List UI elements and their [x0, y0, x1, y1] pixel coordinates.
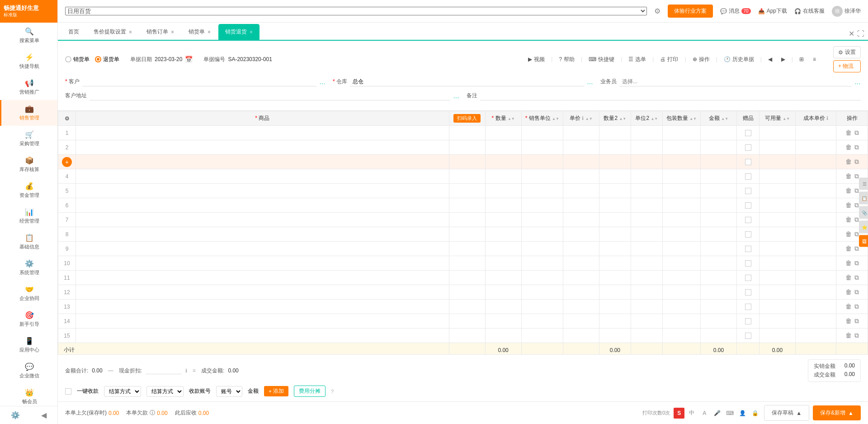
- staff-input[interactable]: [619, 77, 852, 86]
- save-new-chevron[interactable]: ▲: [848, 410, 854, 416]
- quantity2-cell-5[interactable]: [599, 184, 631, 198]
- icon-zh[interactable]: 中: [686, 408, 697, 419]
- calendar-icon[interactable]: 📅: [185, 56, 193, 63]
- gift-cell-7[interactable]: [737, 213, 760, 227]
- delete-icon-5[interactable]: 🗑: [845, 187, 852, 195]
- unit-price-cell-4[interactable]: [563, 169, 599, 184]
- unit2-cell-13[interactable]: [631, 300, 662, 314]
- delete-icon-13[interactable]: 🗑: [845, 303, 852, 310]
- gift-checkbox-10[interactable]: [745, 260, 751, 267]
- delete-icon-12[interactable]: 🗑: [845, 288, 852, 296]
- unit-price-cell-5[interactable]: [563, 184, 599, 198]
- copy-icon-3[interactable]: ⧉: [854, 158, 859, 166]
- address-select-icon[interactable]: …: [453, 92, 459, 100]
- user-btn[interactable]: 徐 徐泽华: [832, 6, 861, 17]
- product-input-10[interactable]: [80, 260, 445, 267]
- sidebar-item-operation[interactable]: 📊 经营管理: [0, 203, 57, 229]
- unit-cell-7[interactable]: [521, 213, 563, 227]
- copy-icon-6[interactable]: ⧉: [854, 201, 859, 209]
- product-cell-1[interactable]: [76, 126, 449, 140]
- unit2-cell-4[interactable]: [631, 169, 662, 184]
- quantity2-cell-10[interactable]: [599, 256, 631, 271]
- quantity-cell-14[interactable]: [485, 314, 521, 329]
- delete-icon-8[interactable]: 🗑: [845, 230, 852, 238]
- icon-person[interactable]: 👤: [737, 408, 748, 419]
- pack-qty-cell-15[interactable]: [662, 329, 700, 343]
- gift-cell-4[interactable]: [737, 169, 760, 184]
- gift-checkbox-7[interactable]: [745, 217, 751, 223]
- delete-icon-6[interactable]: 🗑: [845, 201, 852, 209]
- unit-price-cell-9[interactable]: [563, 242, 599, 256]
- sidebar-item-shortcut[interactable]: ⚡ 快捷导航: [0, 48, 57, 74]
- pack-qty-cell-9[interactable]: [662, 242, 700, 256]
- copy-icon-12[interactable]: ⧉: [854, 288, 859, 296]
- pack-qty-cell-7[interactable]: [662, 213, 700, 227]
- quantity-cell-3[interactable]: [485, 155, 521, 169]
- warehouse-select-icon[interactable]: …: [587, 78, 593, 86]
- quantity2-cell-7[interactable]: [599, 213, 631, 227]
- quantity2-cell-13[interactable]: [599, 300, 631, 314]
- copy-icon-4[interactable]: ⧉: [854, 172, 859, 180]
- tab-sales-order[interactable]: 销售订单 ×: [140, 24, 181, 40]
- quantity-input-8[interactable]: [489, 231, 518, 238]
- product-cell-10[interactable]: [76, 256, 449, 271]
- unit-cell-4[interactable]: [521, 169, 563, 184]
- sidebar-item-newguide[interactable]: 🎯 新手引导: [0, 306, 57, 332]
- unit2-cell-14[interactable]: [631, 314, 662, 329]
- customer-input[interactable]: [82, 77, 316, 86]
- pack-qty-cell-8[interactable]: [662, 227, 700, 242]
- add-row-btn[interactable]: +: [62, 157, 72, 167]
- unit2-cell-9[interactable]: [631, 242, 662, 256]
- quantity2-cell-14[interactable]: [599, 314, 631, 329]
- product-input-5[interactable]: [80, 188, 445, 194]
- gift-cell-12[interactable]: [737, 285, 760, 300]
- address-input[interactable]: [90, 91, 450, 100]
- pack-qty-cell-4[interactable]: [662, 169, 700, 184]
- account-select[interactable]: 账号: [216, 386, 242, 397]
- quantity2-sort[interactable]: ▲▼: [619, 117, 626, 121]
- quantity-input-10[interactable]: [489, 260, 518, 267]
- quantity-cell-2[interactable]: [485, 140, 521, 155]
- quantity-cell-4[interactable]: [485, 169, 521, 184]
- product-input-13[interactable]: [80, 304, 445, 310]
- copy-icon-2[interactable]: ⧉: [854, 143, 859, 151]
- quantity-cell-5[interactable]: [485, 184, 521, 198]
- quantity2-cell-6[interactable]: [599, 198, 631, 213]
- quantity2-cell-1[interactable]: [599, 126, 631, 140]
- remark-input[interactable]: [480, 91, 861, 100]
- unit-price-cell-3[interactable]: [563, 155, 599, 169]
- calc-method-select[interactable]: 结算方式: [146, 386, 184, 397]
- copy-icon-15[interactable]: ⧉: [854, 332, 859, 339]
- quantity2-cell-15[interactable]: [599, 329, 631, 343]
- delete-icon-14[interactable]: 🗑: [845, 317, 852, 325]
- product-input-6[interactable]: [80, 202, 445, 209]
- unit2-cell-2[interactable]: [631, 140, 662, 155]
- barcode-scan-btn[interactable]: 扫码录入: [453, 114, 481, 123]
- settings-icon[interactable]: ⚙️: [11, 411, 20, 419]
- sidebar-item-member[interactable]: 👑 畅会员: [0, 384, 57, 406]
- radio-sales[interactable]: 销货单: [65, 56, 90, 63]
- sidebar-item-basic[interactable]: 📋 基础信息: [0, 229, 57, 255]
- delete-icon-11[interactable]: 🗑: [845, 274, 852, 281]
- pack-qty-cell-14[interactable]: [662, 314, 700, 329]
- quantity-cell-11[interactable]: [485, 271, 521, 285]
- sidebar-item-marketing[interactable]: 📢 营销推广: [0, 74, 57, 100]
- unit2-cell-7[interactable]: [631, 213, 662, 227]
- tab-sales-return[interactable]: 销货退货 ×: [218, 24, 259, 40]
- quantity-cell-9[interactable]: [485, 242, 521, 256]
- copy-icon-13[interactable]: ⧉: [854, 303, 859, 310]
- quantity2-cell-9[interactable]: [599, 242, 631, 256]
- copy-icon-11[interactable]: ⧉: [854, 274, 859, 281]
- unit-cell-9[interactable]: [521, 242, 563, 256]
- right-float-3[interactable]: 📎: [859, 206, 868, 219]
- product-input-8[interactable]: [80, 231, 445, 238]
- quantity2-cell-11[interactable]: [599, 271, 631, 285]
- amount-cell-12[interactable]: [701, 285, 737, 300]
- sidebar-item-search[interactable]: 🔍 搜索菜单: [0, 23, 57, 48]
- save-draft-btn[interactable]: 保存草稿 ▲: [764, 405, 809, 421]
- tab-sales-delivery-close[interactable]: ×: [208, 29, 211, 35]
- product-input-14[interactable]: [80, 318, 445, 324]
- product-input-9[interactable]: [80, 246, 445, 252]
- quantity2-cell-3[interactable]: [599, 155, 631, 169]
- unit2-cell-1[interactable]: [631, 126, 662, 140]
